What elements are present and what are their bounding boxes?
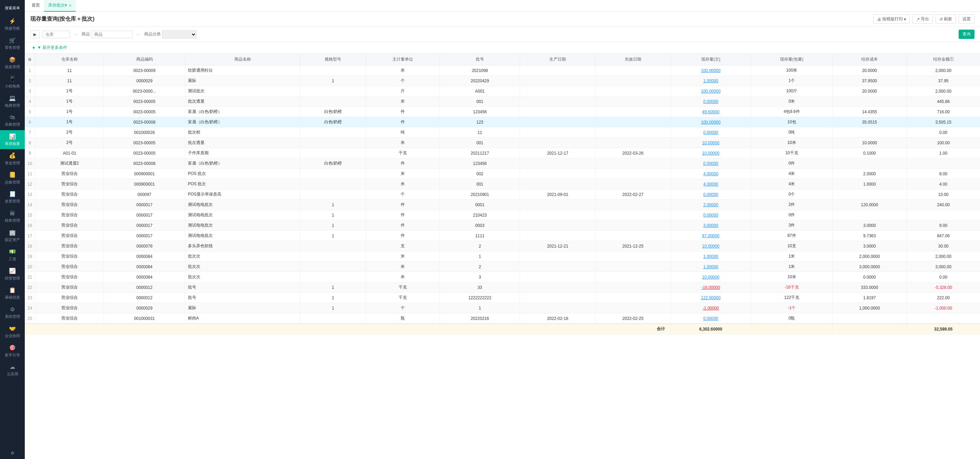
sidebar-item-quick-nav[interactable]: ⚡ 快捷导航 (0, 15, 25, 34)
cell-warehouse: 营业综合 (35, 241, 104, 251)
cell-qty-main[interactable]: 0.00000 (671, 313, 751, 324)
cell-qty-main[interactable]: 0.00000 (671, 96, 751, 107)
cell-name: 软胶通用柱位 (185, 65, 300, 76)
col-settings-icon[interactable]: ⚙ (28, 57, 32, 62)
tab-inventory-batch[interactable]: 库存批次▾ × (44, 0, 76, 12)
refresh-button[interactable]: ↺ 刷新 (935, 14, 956, 24)
cell-amount: -1,000.00 (907, 303, 980, 313)
sidebar-item-invoice[interactable]: 🧾 发票管理 (0, 188, 25, 207)
cell-code: 0023-00005 (104, 107, 185, 117)
sidebar-settings-button[interactable]: ⚙ (0, 447, 25, 459)
sidebar-item-basic-info[interactable]: 📋 基础信息 (0, 284, 25, 303)
sidebar-item-ecommerce[interactable]: 💻 电商管理 (0, 92, 25, 111)
col-cost: 结存成本 (833, 54, 907, 65)
tab-home[interactable]: 首页 (27, 0, 44, 12)
product-input[interactable] (91, 31, 132, 38)
category-select[interactable] (162, 30, 197, 38)
sidebar-item-payroll[interactable]: 💵 工资 (0, 245, 25, 265)
settings-button[interactable]: 设置 (959, 14, 975, 24)
export-button[interactable]: ↗ 导出 (913, 14, 933, 24)
cell-qty-main[interactable]: 100.00000 (671, 86, 751, 96)
sidebar-item-cloud-app[interactable]: ☁ 云应用 (0, 360, 25, 380)
cell-code: 0000029 (104, 303, 185, 313)
cell-qty-main[interactable]: 100.00000 (671, 117, 751, 128)
product-label: 商品 (81, 31, 90, 37)
cell-qty-main[interactable]: 10.00000 (671, 272, 751, 282)
cell-qty-main[interactable]: -16.00000 (671, 282, 751, 293)
cell-unit: 千克 (366, 148, 440, 158)
sidebar-item-retail[interactable]: 🛒 零售管理 (0, 34, 25, 53)
filter-expand-button[interactable]: ▶ (30, 30, 40, 38)
cell-exp-date (595, 169, 671, 179)
expand-conditions-button[interactable]: ▼ ▼ 展开更多条件 (30, 43, 68, 52)
cell-batch: 123 (439, 117, 520, 128)
cell-cost: 120.0000 (833, 200, 907, 210)
print-dropdown-icon: ▾ (904, 17, 906, 22)
cell-qty-pkg: 0件 (751, 158, 833, 169)
cell-batch: 20210901 (439, 190, 520, 200)
cell-unit: 件 (366, 210, 440, 220)
col-settings[interactable]: ⚙ (25, 54, 35, 65)
print-button[interactable]: 🖨 按模版打印 ▾ (873, 14, 910, 24)
purchase-icon: 🛍 (2, 114, 24, 121)
cell-code: 000900001 (104, 179, 185, 190)
cell-num: 9 (25, 148, 35, 158)
basic-info-icon: 📋 (2, 287, 24, 294)
cell-qty-main[interactable]: 10.00000 (671, 138, 751, 148)
sidebar-logo[interactable]: 搜索菜单 (0, 3, 25, 13)
cell-qty-main[interactable]: 0.00000 (671, 128, 751, 138)
cell-qty-main[interactable]: 10.00000 (671, 241, 751, 251)
cell-qty-main[interactable]: 4.00000 (671, 179, 751, 190)
cell-warehouse: 营业综合 (35, 179, 104, 190)
cell-qty-main[interactable]: 1.00000 (671, 76, 751, 86)
sidebar-item-sys-mgmt[interactable]: ⚙ 系统管理 (0, 303, 25, 322)
cell-qty-main[interactable]: 87.00000 (671, 231, 751, 241)
cell-exp-date (595, 272, 671, 282)
cell-spec: 1 (300, 293, 366, 303)
sidebar-item-purchase[interactable]: 🛍 采购管理 (0, 111, 25, 130)
warehouse-input[interactable] (42, 31, 70, 38)
category-filter-group: 商品分类 (144, 30, 197, 38)
table-row: 19营业综合0000084批次次米11.000001米2,000.00002,0… (25, 251, 980, 262)
query-button[interactable]: 查询 (959, 30, 975, 39)
cell-qty-main[interactable]: 3.00000 (671, 220, 751, 231)
cell-qty-main[interactable]: 49.60000 (671, 107, 751, 117)
cell-amount: 222.00 (907, 293, 980, 303)
cell-qty-main[interactable]: 10.00000 (671, 148, 751, 158)
cell-spec: 白色/奶橙 (300, 107, 366, 117)
sidebar-item-new-guide[interactable]: 🎯 新手引导 (0, 341, 25, 360)
cell-prod-date: 2021-09-01 (520, 190, 595, 200)
tab-close-icon[interactable]: × (69, 3, 72, 8)
sidebar-item-wholesale[interactable]: 📦 批发管理 (0, 53, 25, 73)
sidebar-item-inventory[interactable]: 📊 库存核算 (0, 130, 25, 150)
cell-qty-main[interactable]: 1.00000 (671, 251, 751, 262)
cell-warehouse: 1号 (35, 86, 104, 96)
cell-qty-main[interactable]: 4.00000 (671, 169, 751, 179)
cell-qty-main[interactable]: 1.00000 (671, 262, 751, 272)
cell-batch: 002 (439, 169, 520, 179)
sidebar-item-ops[interactable]: 📈 经营管理 (0, 265, 25, 284)
sidebar-item-mini-shop[interactable]: 📱 小程电商 (0, 72, 25, 92)
cell-code: 0000017 (104, 210, 185, 220)
cell-qty-pkg: 4包9.6件 (751, 107, 833, 117)
cell-qty-pkg: 10包 (751, 117, 833, 128)
cell-prod-date (520, 303, 595, 313)
cell-qty-main[interactable]: 0.00000 (671, 210, 751, 220)
cell-qty-main[interactable]: 2.00000 (671, 200, 751, 210)
cell-warehouse: 1号 (35, 107, 104, 117)
cell-qty-pkg: 1米 (751, 251, 833, 262)
cell-prod-date (520, 179, 595, 190)
sidebar-item-enterprise[interactable]: 🤝 企业协同 (0, 322, 25, 341)
cell-qty-pkg: 0吨 (751, 128, 833, 138)
cell-prod-date (520, 96, 595, 107)
sidebar-item-general-ledger[interactable]: 📒 总账管理 (0, 168, 25, 188)
cell-qty-main[interactable]: 122.00000 (671, 293, 751, 303)
sidebar-item-fixed-assets[interactable]: 🏢 固定资产 (0, 226, 25, 245)
cell-qty-main[interactable]: 0.00000 (671, 158, 751, 169)
refresh-icon: ↺ (939, 17, 943, 22)
sidebar-item-tax[interactable]: 🏛 税务管理 (0, 207, 25, 226)
cell-qty-main[interactable]: -1.00000 (671, 303, 751, 313)
cell-qty-main[interactable]: 100.00000 (671, 65, 751, 76)
sidebar-item-finance[interactable]: 💰 资金管理 (0, 149, 25, 168)
cell-qty-main[interactable]: 0.00000 (671, 190, 751, 200)
